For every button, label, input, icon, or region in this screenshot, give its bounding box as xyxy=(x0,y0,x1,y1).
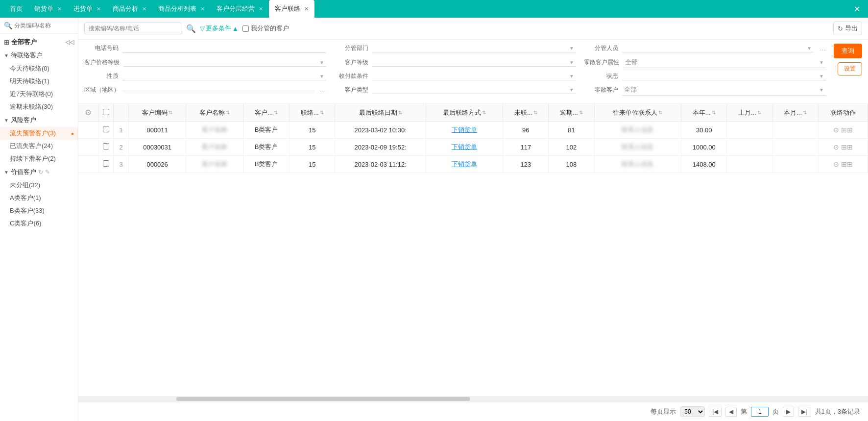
sidebar-all-customers[interactable]: ⊞ 全部客户 ◁◁ xyxy=(0,34,78,49)
query-button[interactable]: 查询 xyxy=(834,44,862,58)
cell-unit-contact-1: 联系人信息 xyxy=(594,139,681,156)
tab-sales-close[interactable]: ✕ xyxy=(57,6,62,12)
sidebar-item-class-a[interactable]: A类客户(1) xyxy=(0,192,78,204)
sidebar-item-persistent-down[interactable]: 持续下滑客户(2) xyxy=(0,152,78,165)
th-checkbox[interactable] xyxy=(98,104,113,122)
sidebar-group-pending-contact[interactable]: ▼ 待联络客户 xyxy=(0,49,78,62)
cell-checkbox-0[interactable] xyxy=(98,122,113,139)
sidebar-item-tomorrow[interactable]: 明天待联络(1) xyxy=(0,75,78,88)
value-customers-edit-icon[interactable]: ✎ xyxy=(45,169,50,175)
my-customer-filter[interactable]: 我分管的客户 xyxy=(242,24,289,33)
sidebar-item-ungrouped[interactable]: 未分组(32) xyxy=(0,179,78,192)
tab-product-analysis-list-close[interactable]: ✕ xyxy=(200,6,205,12)
cell-checkbox-2[interactable] xyxy=(98,156,113,173)
cell-last-date-2: 2023-02-03 11:12: xyxy=(335,156,426,173)
sidebar-collapse-button[interactable]: ◁◁ xyxy=(65,39,74,46)
window-close-icon[interactable]: ✕ xyxy=(850,4,864,14)
more-conditions-button[interactable]: ▽ 更多条件 ▲ xyxy=(200,24,239,33)
select-all-checkbox[interactable] xyxy=(103,109,109,115)
th-last-contact-date[interactable]: 最后联络日期⇅ xyxy=(335,104,426,122)
cell-unit-contact-2: 联系人信息 xyxy=(594,156,681,173)
contact-sort-icon: ⇅ xyxy=(320,110,324,115)
sidebar-item-week[interactable]: 近7天待联络(0) xyxy=(0,88,78,100)
filter-phone-input[interactable] xyxy=(122,44,326,53)
value-customers-refresh-icon[interactable]: ↻ xyxy=(38,169,43,175)
th-customer-name[interactable]: 客户名称⇅ xyxy=(186,104,243,122)
sidebar-item-overdue-uncontacted[interactable]: 逾期未联络(30) xyxy=(0,100,78,113)
filter-scattered-attr-label: 零散客户属性 xyxy=(584,58,619,67)
action-contact-icon-0[interactable]: ⊙ xyxy=(833,126,839,134)
th-this-year[interactable]: 本年...⇅ xyxy=(681,104,727,122)
filter-customer-type-select[interactable]: ▼ xyxy=(372,86,576,94)
filter-price-tier-select[interactable]: ▼ xyxy=(123,59,326,67)
tab-customer-tier[interactable]: 客户分层经营 ✕ xyxy=(211,0,269,18)
filter-scattered-attr-select[interactable]: 全部 ▼ xyxy=(623,57,826,68)
sidebar-item-class-b[interactable]: B类客户(33) xyxy=(0,204,78,217)
th-this-month[interactable]: 本月...⇅ xyxy=(772,104,818,122)
next-page-button[interactable]: ▶ xyxy=(783,407,794,417)
sidebar-group-value-customers[interactable]: ▼ 价值客户 ↻ ✎ xyxy=(0,165,78,179)
th-settings[interactable]: ⚙ xyxy=(78,104,98,122)
scroll-thumb[interactable] xyxy=(176,397,470,401)
sidebar-search-input[interactable] xyxy=(14,22,78,29)
th-customer-type[interactable]: 客户...⇅ xyxy=(243,104,289,122)
filter-department-select[interactable]: ▼ xyxy=(372,45,576,52)
cell-last-method-1[interactable]: 下销货单 xyxy=(426,139,503,156)
sidebar: 🔍 ⊞ 全部客户 ◁◁ ▼ 待联络客户 今天待联络(0) 明天待联络(1) 近7… xyxy=(0,18,78,421)
settings-gear-icon[interactable]: ⚙ xyxy=(85,108,92,117)
filter-person-select[interactable]: ▼ xyxy=(622,45,814,52)
tab-product-analysis[interactable]: 商品分析 ✕ xyxy=(107,0,152,18)
filter-person-more[interactable]: … xyxy=(820,45,826,52)
filter-settings-button[interactable]: 设置 xyxy=(838,62,862,75)
sidebar-item-today[interactable]: 今天待联络(0) xyxy=(0,62,78,75)
th-overdue[interactable]: 逾期...⇅ xyxy=(549,104,594,122)
tab-purchase[interactable]: 进货单 ✕ xyxy=(68,0,107,18)
action-more-icon-0[interactable]: ⊞⊞ xyxy=(841,126,853,134)
th-contact[interactable]: 联络...⇅ xyxy=(289,104,335,122)
tab-product-analysis-close[interactable]: ✕ xyxy=(142,6,146,12)
per-page-select[interactable]: 50 20 100 xyxy=(680,406,705,417)
th-last-month[interactable]: 上月...⇅ xyxy=(727,104,772,122)
tab-home[interactable]: 首页 xyxy=(4,0,28,18)
export-icon: ↻ xyxy=(838,25,843,32)
filter-region-select[interactable] xyxy=(123,89,314,91)
action-more-icon-2[interactable]: ⊞⊞ xyxy=(841,160,853,168)
filter-customer-tier-select[interactable]: ▼ xyxy=(372,59,576,67)
action-more-icon-1[interactable]: ⊞⊞ xyxy=(841,143,853,151)
export-button[interactable]: ↻ 导出 xyxy=(833,22,862,35)
tab-customer-tier-close[interactable]: ✕ xyxy=(259,6,263,12)
tab-purchase-close[interactable]: ✕ xyxy=(96,6,101,12)
my-customer-checkbox[interactable] xyxy=(242,25,249,32)
tab-customer-contact-close[interactable]: ✕ xyxy=(304,6,309,12)
search-button[interactable]: 🔍 xyxy=(186,24,196,33)
th-unit-contact[interactable]: 往来单位联系人⇅ xyxy=(594,104,681,122)
first-page-button[interactable]: |◀ xyxy=(709,407,722,417)
sidebar-item-churned[interactable]: 已流失客户(24) xyxy=(0,140,78,152)
search-input[interactable] xyxy=(84,23,182,34)
filter-scattered-select[interactable]: 全部 ▼ xyxy=(622,84,826,96)
sidebar-item-class-c[interactable]: C类客户(6) xyxy=(0,217,78,230)
prev-page-button[interactable]: ◀ xyxy=(725,407,737,417)
cell-last-method-2[interactable]: 下销货单 xyxy=(426,156,503,173)
action-contact-icon-2[interactable]: ⊙ xyxy=(833,160,839,168)
th-customer-code[interactable]: 客户编码⇅ xyxy=(129,104,186,122)
cell-last-method-0[interactable]: 下销货单 xyxy=(426,122,503,139)
horizontal-scrollbar[interactable] xyxy=(78,396,868,402)
cell-checkbox-1[interactable] xyxy=(98,139,113,156)
filter-payment-select[interactable]: ▼ xyxy=(372,73,576,80)
tab-product-analysis-list[interactable]: 商品分析列表 ✕ xyxy=(152,0,211,18)
th-uncontacted[interactable]: 未联...⇅ xyxy=(503,104,549,122)
sidebar-item-churn-risk[interactable]: 流失预警客户(3) ● 90天未交易的客户，可能有流失风险。 xyxy=(0,127,78,140)
sidebar-group-at-risk[interactable]: ▼ 风险客户 xyxy=(0,113,78,127)
action-contact-icon-1[interactable]: ⊙ xyxy=(833,143,839,151)
page-input[interactable] xyxy=(751,407,769,417)
cell-this-year-0: 30.00 xyxy=(681,122,727,139)
filter-status-select[interactable]: ▼ xyxy=(622,73,826,80)
value-customers-label: 价值客户 xyxy=(11,168,36,176)
tab-sales[interactable]: 销货单 ✕ xyxy=(28,0,68,18)
filter-nature-select[interactable]: ▼ xyxy=(122,73,326,80)
th-last-contact-method[interactable]: 最后联络方式⇅ xyxy=(426,104,503,122)
filter-region-more[interactable]: … xyxy=(320,86,326,94)
tab-customer-contact[interactable]: 客户联络 ✕ xyxy=(269,0,314,18)
last-page-button[interactable]: ▶| xyxy=(798,407,811,417)
